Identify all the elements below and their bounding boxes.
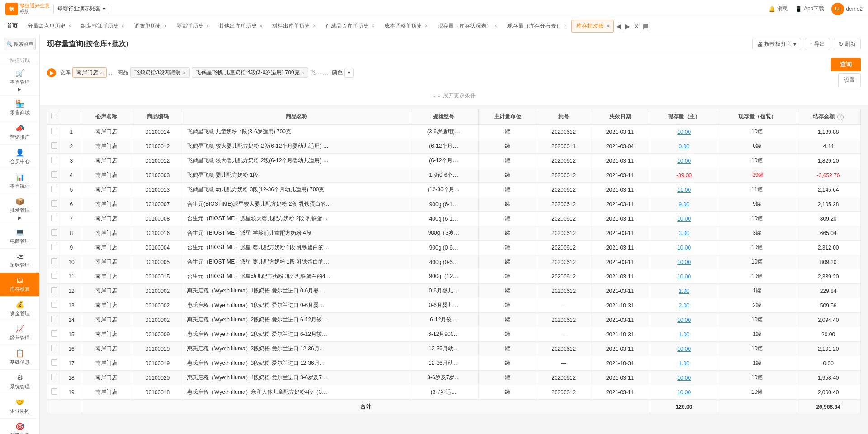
row-checkbox-9[interactable] (47, 255, 61, 269)
tab-other-out[interactable]: 其他出库单历史 × (214, 20, 267, 33)
query-btn[interactable]: 查询 (831, 58, 861, 71)
col-batch-header[interactable]: 批号 (537, 109, 590, 125)
row-checkbox-6[interactable] (47, 212, 61, 226)
tab-stock-status-close[interactable]: × (495, 24, 497, 28)
tab-mix[interactable]: 调拨单历史 × (129, 20, 172, 33)
row-checkbox-icon-5[interactable] (51, 200, 57, 207)
tab-request-close[interactable]: × (207, 24, 209, 28)
row-checkbox-icon-17[interactable] (51, 374, 57, 380)
row-checkbox-icon-14[interactable] (51, 330, 57, 337)
search-menu-btn[interactable]: 🔍 搜索菜单 (4, 38, 36, 50)
company-select[interactable]: 母婴行业演示账套 ▾ (53, 4, 109, 14)
col-amount-header[interactable]: 结存金额 i (796, 109, 861, 125)
sidebar-item-marketing[interactable]: 📣 营销推广 (0, 120, 39, 145)
tab-disassemble[interactable]: 组装拆卸单历史 × (76, 20, 129, 33)
col-qty-pkg-header[interactable]: 现存量（包装） (718, 109, 796, 125)
settings-btn[interactable]: 设置 (838, 73, 861, 87)
tab-material-out-close[interactable]: × (313, 24, 316, 28)
row-checkbox-13[interactable] (47, 313, 61, 327)
product-tag-1[interactable]: 飞鹤奶粉3段两罐装 × (130, 67, 189, 78)
warehouse-tag-close[interactable]: × (100, 70, 103, 75)
col-code-header[interactable]: 商品编码 (131, 109, 184, 125)
tab-menu-btn[interactable]: ▤ (641, 20, 650, 33)
tab-split[interactable]: 分量盘点单历史 × (23, 20, 76, 33)
row-qty-main-17[interactable]: 10.00 (650, 371, 718, 385)
row-checkbox-icon-13[interactable] (51, 316, 57, 322)
col-warehouse-header[interactable]: 仓库名称 (82, 109, 131, 125)
row-checkbox-14[interactable] (47, 327, 61, 342)
row-checkbox-10[interactable] (47, 269, 61, 284)
row-checkbox-12[interactable] (47, 298, 61, 313)
product-tag-1-close[interactable]: × (183, 70, 185, 75)
col-qty-main-header[interactable]: 现存量（主） (650, 109, 718, 125)
app-download-btn[interactable]: 📱 App下载 (795, 5, 824, 13)
row-qty-main-10[interactable]: 10.00 (650, 269, 718, 284)
row-checkbox-2[interactable] (47, 154, 61, 168)
sidebar-item-basics[interactable]: 📋 基础信息 (0, 345, 39, 370)
row-qty-main-1[interactable]: 0.00 (650, 139, 718, 154)
col-unit-header[interactable]: 主计量单位 (478, 109, 537, 125)
row-checkbox-icon-7[interactable] (51, 229, 57, 236)
row-checkbox-icon-3[interactable] (51, 171, 57, 178)
sidebar-item-retail-stats[interactable]: 📊 零售统计 (0, 169, 39, 193)
row-checkbox-18[interactable] (47, 385, 61, 400)
product-tag-2-close[interactable]: × (302, 70, 304, 75)
row-checkbox-icon-15[interactable] (51, 345, 57, 351)
sidebar-item-purchase[interactable]: 🛍 采购管理 (0, 249, 39, 273)
product-more[interactable]: … (323, 70, 328, 76)
sidebar-item-system[interactable]: ⚙ 系统管理 (0, 370, 39, 394)
row-checkbox-11[interactable] (47, 284, 61, 298)
warehouse-tag[interactable]: 南岸门店 × (72, 67, 107, 78)
row-qty-main-2[interactable]: 10.00 (650, 154, 718, 168)
print-btn[interactable]: 🖨 按模板打印 ▾ (752, 38, 801, 50)
tab-split-close[interactable]: × (68, 24, 71, 28)
filter-expand-btn[interactable]: ▶ (47, 68, 56, 77)
row-checkbox-16[interactable] (47, 356, 61, 371)
sidebar-item-retail-shop[interactable]: 🏪 零售商城 (0, 96, 39, 120)
row-checkbox-icon-6[interactable] (51, 215, 57, 221)
row-checkbox-15[interactable] (47, 342, 61, 356)
tab-prev-btn[interactable]: ◀ (614, 20, 623, 33)
warehouse-ellipsis[interactable]: … (108, 70, 114, 76)
sidebar-item-guide[interactable]: 🎯 新手引导 (0, 419, 39, 434)
row-qty-main-6[interactable]: 10.00 (650, 212, 718, 226)
row-qty-main-5[interactable]: 9.00 (650, 197, 718, 212)
quick-nav-btn[interactable]: 快捷导航 (0, 54, 39, 65)
select-all-checkbox[interactable] (51, 113, 57, 119)
color-dropdown-btn[interactable]: ▾ (344, 68, 354, 78)
tab-next-btn[interactable]: ▶ (623, 20, 632, 33)
row-qty-main-18[interactable]: 10.00 (650, 385, 718, 400)
row-qty-main-0[interactable]: 10.00 (650, 125, 718, 139)
tab-batch-order[interactable]: 库存批次账 × (571, 20, 614, 33)
row-checkbox-8[interactable] (47, 241, 61, 255)
tab-material-out[interactable]: 材料出库单历史 × (267, 20, 321, 33)
refresh-btn[interactable]: ↻ 刷新 (834, 38, 861, 50)
row-checkbox-17[interactable] (47, 371, 61, 385)
row-qty-main-3[interactable]: -39.00 (650, 168, 718, 183)
tab-home[interactable]: 首页 (2, 20, 23, 33)
sidebar-item-ecommerce[interactable]: 💻 电商管理 (0, 224, 39, 249)
row-checkbox-icon-16[interactable] (51, 359, 57, 366)
expand-conditions-btn[interactable]: ⌄⌄ 展开更多条件 (47, 90, 861, 101)
tab-cost-adjust[interactable]: 成本调整单历史 × (379, 20, 433, 33)
amount-info-icon[interactable]: i (837, 114, 844, 120)
row-qty-main-7[interactable]: 3.00 (650, 226, 718, 241)
sidebar-item-inventory[interactable]: 🗂 库存核算 (0, 273, 39, 297)
row-checkbox-icon-2[interactable] (51, 157, 57, 163)
tab-stock-dist-close[interactable]: × (564, 24, 567, 28)
row-checkbox-icon-12[interactable] (51, 302, 57, 308)
row-checkbox-icon-10[interactable] (51, 273, 57, 279)
row-qty-main-13[interactable]: 10.00 (650, 313, 718, 327)
row-checkbox-icon-4[interactable] (51, 186, 57, 192)
row-qty-main-15[interactable]: 10.00 (650, 342, 718, 356)
row-checkbox-icon-18[interactable] (51, 388, 57, 395)
sidebar-item-enterprise[interactable]: 🤝 企业协同 (0, 394, 39, 419)
row-checkbox-1[interactable] (47, 139, 61, 154)
row-qty-main-11[interactable]: 1.00 (650, 284, 718, 298)
product-tag-2[interactable]: 飞鹤星飞帆 儿童奶粉 4段(3-6岁适用) 700克 × (192, 67, 308, 78)
row-qty-main-12[interactable]: 2.00 (650, 298, 718, 313)
product-ellipsis[interactable]: 飞… (310, 69, 321, 76)
row-qty-main-9[interactable]: 10.00 (650, 255, 718, 269)
row-qty-main-8[interactable]: 10.00 (650, 241, 718, 255)
row-qty-main-14[interactable]: 1.00 (650, 327, 718, 342)
